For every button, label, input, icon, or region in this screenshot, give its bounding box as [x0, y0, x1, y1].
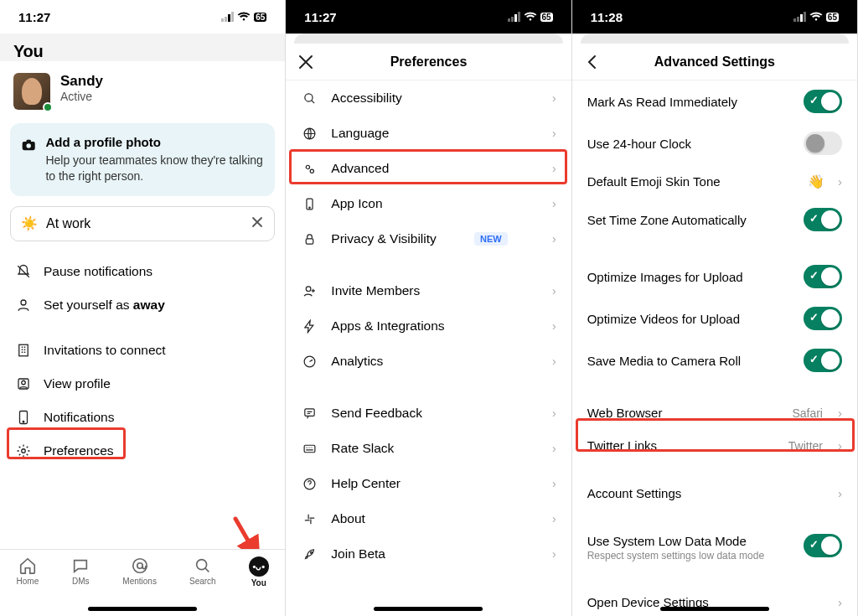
row-emoji-tone[interactable]: Default Emoji Skin Tone👋› — [572, 164, 857, 199]
presence-dot — [43, 102, 53, 112]
status-time: 11:27 — [18, 10, 50, 24]
pref-apps[interactable]: Apps & Integrations› — [286, 308, 571, 344]
you-chip-icon: •ᴗ• — [249, 556, 269, 577]
chevron-right-icon: › — [552, 406, 556, 420]
status-bar: 11:27 65 — [286, 0, 571, 34]
tab-search[interactable]: Search — [189, 556, 216, 586]
svg-rect-20 — [518, 12, 520, 22]
chevron-right-icon: › — [552, 512, 556, 525]
row-web-browser[interactable]: Web BrowserSafari› — [572, 396, 857, 429]
back-button[interactable] — [584, 54, 601, 74]
preferences-list: Accessibility› Language› Advanced› App I… — [286, 80, 571, 572]
svg-rect-36 — [800, 14, 803, 22]
signal-icon — [508, 12, 521, 22]
add-photo-card[interactable]: Add a profile photo Help your teammates … — [10, 123, 275, 196]
add-person-icon — [301, 284, 318, 298]
svg-point-12 — [23, 421, 24, 422]
tab-dms[interactable]: DMs — [71, 556, 90, 586]
chevron-right-icon: › — [552, 162, 556, 175]
pref-help[interactable]: Help Center› — [286, 466, 571, 501]
chevron-right-icon: › — [552, 355, 556, 368]
clear-status-button[interactable] — [251, 215, 264, 232]
pref-privacy[interactable]: Privacy & VisibilityNEW› — [286, 221, 571, 256]
svg-point-33 — [310, 551, 312, 553]
toggle[interactable] — [804, 307, 842, 330]
view-profile-item[interactable]: View profile — [0, 367, 285, 401]
toggle[interactable] — [804, 90, 842, 113]
row-timezone[interactable]: Set Time Zone Automatically — [572, 199, 857, 241]
set-away-item[interactable]: Set yourself as away — [0, 288, 285, 322]
toggle[interactable] — [804, 132, 842, 155]
toggle[interactable] — [804, 349, 842, 372]
pause-notifications-item[interactable]: Pause notifications — [0, 255, 285, 288]
item-label: Pause notifications — [44, 264, 152, 279]
pref-feedback[interactable]: Send Feedback› — [286, 396, 571, 431]
row-account-settings[interactable]: Account Settings› — [572, 477, 857, 510]
status-pill[interactable]: ☀️ At work — [10, 206, 275, 241]
row-mark-read[interactable]: Mark As Read Immediately — [572, 80, 857, 122]
slack-icon — [301, 512, 318, 526]
advanced-list: Mark As Read Immediately Use 24-hour Clo… — [572, 80, 857, 616]
battery-pct: 65 — [540, 13, 553, 22]
pref-advanced[interactable]: Advanced› — [286, 151, 571, 186]
pref-accessibility[interactable]: Accessibility› — [286, 80, 571, 116]
sheet-title: Preferences — [390, 54, 468, 70]
status-text: At work — [46, 216, 90, 231]
svg-rect-8 — [19, 344, 28, 356]
panel-advanced: 11:28 65 Advanced Settings Mark As Read … — [572, 0, 858, 616]
row-twitter-links[interactable]: Twitter LinksTwitter› — [572, 429, 857, 462]
add-photo-sub: Help your teammates know they're talking… — [45, 153, 263, 184]
pref-language[interactable]: Language› — [286, 116, 571, 151]
tab-you[interactable]: •ᴗ• You — [249, 556, 269, 588]
svg-rect-2 — [228, 14, 230, 22]
svg-point-6 — [26, 143, 30, 148]
bell-icon — [15, 410, 32, 425]
pref-analytics[interactable]: Analytics› — [286, 344, 571, 379]
help-icon — [301, 477, 318, 491]
wifi-icon — [809, 12, 823, 22]
you-menu: Pause notifications Set yourself as away… — [0, 251, 285, 471]
svg-point-26 — [309, 207, 310, 208]
profile-row[interactable]: Sandy Active — [0, 61, 285, 118]
pref-beta[interactable]: Join Beta› — [286, 536, 571, 572]
chat-icon — [71, 556, 90, 575]
signal-icon — [221, 12, 235, 22]
avatar[interactable] — [13, 73, 50, 110]
home-indicator — [88, 607, 197, 611]
advanced-sheet: Advanced Settings Mark As Read Immediate… — [572, 44, 857, 616]
svg-rect-31 — [304, 445, 315, 453]
row-low-data[interactable]: Use System Low Data Mode Respect system … — [572, 525, 857, 571]
add-photo-title: Add a profile photo — [45, 135, 263, 149]
status-time: 11:27 — [304, 10, 336, 24]
pref-invite[interactable]: Invite Members› — [286, 273, 571, 308]
profile-name: Sandy — [60, 73, 103, 90]
tab-mentions[interactable]: Mentions — [122, 556, 157, 586]
search-icon — [301, 91, 318, 106]
row-optimize-images[interactable]: Optimize Images for Upload — [572, 256, 857, 298]
toggle[interactable] — [804, 534, 842, 557]
toggle[interactable] — [804, 265, 842, 288]
invitations-item[interactable]: Invitations to connect — [0, 334, 285, 367]
preferences-item[interactable]: Preferences — [0, 434, 285, 468]
gauge-icon — [301, 355, 318, 369]
signal-icon — [793, 12, 807, 22]
row-optimize-videos[interactable]: Optimize Videos for Upload — [572, 298, 857, 339]
person-icon — [15, 298, 32, 313]
pref-rate[interactable]: Rate Slack› — [286, 431, 571, 466]
row-save-media[interactable]: Save Media to Camera Roll — [572, 339, 857, 381]
chevron-right-icon: › — [552, 127, 556, 140]
pref-about[interactable]: About› — [286, 501, 571, 536]
toggle[interactable] — [804, 208, 842, 231]
pref-appicon[interactable]: App Icon› — [286, 186, 571, 221]
row-24h-clock[interactable]: Use 24-hour Clock — [572, 122, 857, 164]
svg-rect-3 — [231, 12, 234, 22]
building-icon — [15, 343, 32, 358]
chevron-right-icon: › — [552, 91, 556, 105]
tab-home[interactable]: Home — [17, 556, 39, 586]
notifications-item[interactable]: Notifications — [0, 401, 285, 434]
tab-bar: Home DMs Mentions Search •ᴗ• You — [0, 549, 285, 616]
close-button[interactable] — [297, 54, 314, 74]
rocket-icon — [301, 547, 318, 562]
row-device-settings[interactable]: Open Device Settings› — [572, 586, 857, 616]
battery-pct: 65 — [826, 13, 839, 22]
